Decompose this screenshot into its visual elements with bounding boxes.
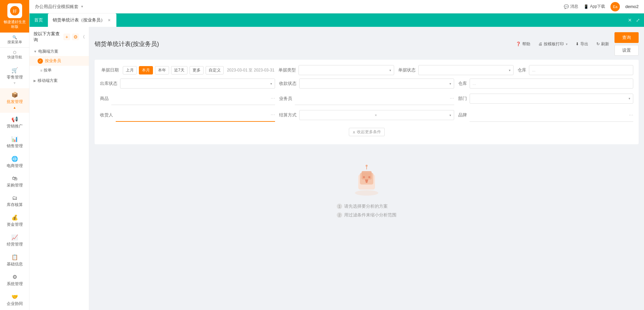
svg-point-7 (366, 165, 368, 167)
print-label: 按模板打印 (544, 41, 564, 47)
sidebar-item-management[interactable]: 📈 经营管理 (0, 231, 29, 251)
add-plan-button[interactable]: + (63, 34, 70, 40)
management-icon: 📈 (11, 234, 18, 241)
brand-dots[interactable]: ··· (629, 112, 633, 118)
plan-group-mobile-title[interactable]: ▶ 移动端方案 (30, 76, 89, 85)
settlement-clear-icon[interactable]: × (374, 112, 377, 118)
dept-select[interactable]: ▾ (470, 94, 633, 104)
export-button[interactable]: ⬇ 导出 (573, 40, 591, 48)
tab-home-label: 首页 (34, 17, 43, 23)
topbar-username[interactable]: demo2 (625, 4, 639, 9)
filter-field-paymentstatus: 收款状态 ▾ (279, 79, 454, 89)
settings-plan-button[interactable]: ⚙ (72, 34, 79, 40)
filter-field-settlement: 结算方式 × ▾ (279, 110, 454, 120)
tab-close-icon[interactable]: ✕ (107, 17, 111, 23)
settings-button[interactable]: 设置 (614, 45, 639, 56)
sidebar-item-system[interactable]: ⚙ 系统管理 (0, 270, 29, 290)
sidebar-item-marketing[interactable]: 📢 营销推广 (0, 113, 29, 133)
filter-field-salesperson: 业务员 ··· (279, 92, 454, 105)
print-icon: 🖨 (538, 42, 542, 46)
sidebar-search[interactable]: 🔍 搜索菜单 (0, 33, 29, 48)
filter-field-stockstatus: 出库状态 ▾ (100, 79, 275, 89)
topbar-appdownload[interactable]: 📱 App下载 (584, 4, 605, 9)
goods-dots[interactable]: ··· (271, 95, 275, 101)
tip-text-1: 请先选择要分析的方案 (344, 203, 388, 209)
sidebar-item-sales-label: 销售管理 (7, 143, 23, 149)
date-label: 单据日期 (100, 67, 119, 73)
sidebar-item-sales[interactable]: 📊 销售管理 (0, 133, 29, 152)
refresh-icon: ↻ (596, 42, 600, 46)
docstatus-select[interactable]: ▾ (418, 65, 514, 75)
plan-item-by-order[interactable]: ≡ 按单 (30, 66, 89, 75)
stockstatus-select[interactable]: ▾ (120, 79, 275, 89)
quicknav-label: 快捷导航 (7, 55, 22, 60)
date-btn-more[interactable]: 更多 (190, 66, 204, 74)
sidebar-item-basic[interactable]: 📋 基础信息 (0, 251, 29, 270)
avatar-text: Ea (613, 5, 618, 9)
filter-field-receiver: 收货人 ··· (100, 108, 275, 122)
warehouse-select[interactable]: ... (529, 65, 633, 75)
sidebar-item-retail-label: 零售管理 (7, 74, 23, 80)
plan-item-salesperson-label: 按业务员 (45, 58, 61, 64)
left-panel-header: 按以下方案查询 + ⚙ 《 (30, 31, 89, 46)
plan-group-desktop-title[interactable]: ▼ 电脑端方案 (30, 47, 89, 56)
sidebar-item-finance[interactable]: 💰 资金管理 (0, 211, 29, 231)
empty-state: 1 请先选择要分析的方案 2 用过滤条件来缩小分析范围 (95, 144, 639, 238)
date-btn-custom[interactable]: 自定义 (206, 66, 224, 74)
sidebar-item-basic-label: 基础信息 (7, 261, 23, 267)
query-button[interactable]: 查询 (614, 32, 639, 43)
sidebar-item-ecommerce[interactable]: 🌐 电商管理 (0, 152, 29, 172)
sidebar-quicknav[interactable]: ⬡ 快捷导航 (0, 48, 29, 62)
sidebar-item-inventory[interactable]: 🗂 库存核算 (0, 192, 29, 211)
page-header: 销货单统计表(按业务员) ❓ 帮助 🖨 按模板打印 ▾ ⬇ 导出 (95, 32, 639, 56)
stockstatus-arrow-icon: ▾ (270, 82, 272, 86)
salesperson-dots[interactable]: ··· (450, 95, 454, 101)
doctype-select[interactable]: ▾ (299, 65, 394, 75)
refresh-button[interactable]: ↻ 刷新 (594, 40, 612, 48)
print-dropdown-icon[interactable]: ▾ (566, 42, 568, 46)
collab-icon: 🤝 (11, 294, 18, 300)
salesperson-input[interactable] (295, 93, 448, 103)
brand-input[interactable] (470, 110, 628, 120)
sidebar-item-finance-label: 资金管理 (7, 222, 23, 227)
sidebar-item-collab[interactable]: 🤝 企业协同 (0, 290, 29, 310)
paymentstatus-label: 收款状态 (279, 81, 297, 87)
warehouse2-select[interactable]: ... (470, 79, 633, 89)
collapse-panel-button[interactable]: 《 (81, 34, 85, 40)
main-area: 办公用品行业模拟账套 ▾ 💬 消息 📱 App下载 Ea demo2 首页 销货… (30, 0, 644, 310)
print-button[interactable]: 🖨 按模板打印 ▾ (536, 40, 570, 48)
date-btn-this-year[interactable]: 本年 (155, 66, 169, 74)
sidebar-item-wholesale[interactable]: 📦 批发管理 ▲ (0, 88, 29, 113)
sales-icon: 📊 (11, 136, 18, 142)
date-btn-last-month[interactable]: 上月 (123, 66, 137, 74)
receiver-dots[interactable]: ··· (271, 112, 275, 118)
plan-item-by-salesperson[interactable]: ✓ 按业务员 (30, 56, 89, 66)
empty-illustration (350, 164, 383, 198)
tab-close-window[interactable]: ✕ (627, 16, 633, 24)
tab-maximize[interactable]: ⤢ (635, 16, 641, 24)
collapse-icon: ∧ (353, 130, 356, 135)
sidebar-logo[interactable]: 好 畅捷通好生意 标版 (0, 0, 29, 33)
tab-home[interactable]: 首页 (30, 13, 48, 27)
sidebar-item-retail[interactable]: 🛒 零售管理 ▼ (0, 64, 29, 88)
collapse-button[interactable]: ∧ 收起更多条件 (349, 128, 385, 136)
brand-label: 品牌 (458, 112, 467, 118)
date-btn-this-month[interactable]: 本月 (139, 66, 153, 74)
receiver-input[interactable] (116, 110, 269, 120)
tab-sales-stat[interactable]: 销货单统计表（按业务员） ✕ (48, 13, 116, 27)
sidebar-item-collab-label: 企业协同 (7, 301, 23, 307)
wholesale-icon: 📦 (11, 92, 18, 98)
topbar-message[interactable]: 💬 消息 (564, 4, 578, 9)
tip-num-2: 2 (337, 212, 342, 218)
goods-input[interactable] (111, 93, 269, 103)
svg-point-10 (368, 176, 370, 178)
date-btn-7days[interactable]: 近7天 (171, 66, 187, 74)
sidebar-item-purchase[interactable]: 🛍 采购管理 (0, 172, 29, 192)
sidebar-item-ecommerce-label: 电商管理 (7, 163, 23, 169)
search-icon: 🔍 (12, 35, 17, 40)
topbar-dropdown[interactable]: ▾ (81, 4, 83, 9)
settlement-select[interactable]: × ▾ (299, 110, 454, 120)
paymentstatus-select[interactable]: ▾ (299, 79, 454, 89)
filter-area: 单据日期 上月 本月 本年 近7天 更多 自定义 2023-03-01 至 20… (95, 60, 639, 144)
help-button[interactable]: ❓ 帮助 (513, 40, 533, 48)
